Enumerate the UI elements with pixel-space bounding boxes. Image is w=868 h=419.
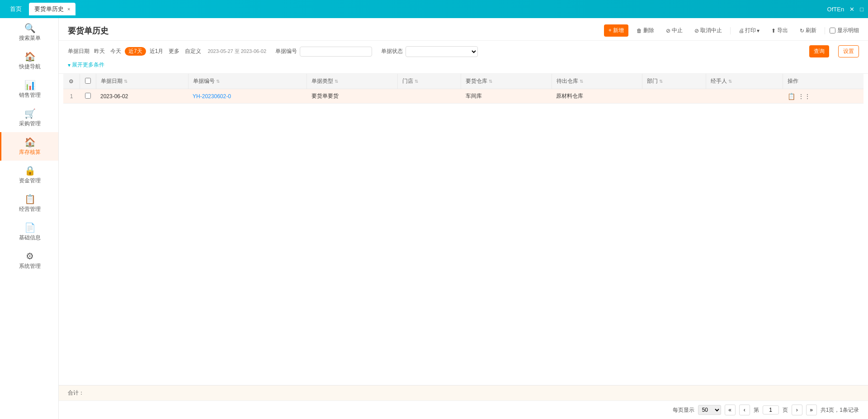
cell-req-warehouse: 车间库 <box>461 89 552 104</box>
export-icon: ⬆ <box>771 28 776 34</box>
sort-pending-warehouse[interactable]: 待出仓库 ⇅ <box>557 77 638 85</box>
cell-pending-warehouse: 原材料仓库 <box>552 89 642 104</box>
cell-dept <box>642 89 706 104</box>
export-button[interactable]: ⬆ 导出 <box>768 25 792 36</box>
first-page-button[interactable]: « <box>725 405 736 415</box>
sidebar-item-inventory-label: 库存核算 <box>19 148 41 156</box>
select-all-checkbox[interactable] <box>85 78 91 84</box>
print-label: 打印 <box>745 27 756 34</box>
col-doc-no-label: 单据编号 <box>193 77 215 85</box>
col-doc-no: 单据编号 ⇅ <box>188 74 307 89</box>
table-body: 1 2023-06-02 YH-20230602-0 要货单要货 车间库 原材料… <box>63 89 863 104</box>
col-dept: 部门 ⇅ <box>642 74 706 89</box>
last-page-button[interactable]: » <box>806 405 817 415</box>
next-page-button[interactable]: › <box>792 405 802 415</box>
inventory-icon: 🏠 <box>24 138 36 147</box>
expand-more-row[interactable]: ▾ 展开更多条件 <box>68 61 859 69</box>
window-close-icon[interactable]: ✕ <box>849 6 854 13</box>
refresh-icon: ↻ <box>800 28 804 34</box>
sort-store-icon: ⇅ <box>415 79 418 84</box>
sort-store[interactable]: 门店 ⇅ <box>402 77 456 85</box>
edit-action-icon[interactable]: 📋 <box>788 93 795 100</box>
col-doc-date-label: 单据日期 <box>101 77 123 85</box>
col-check <box>80 74 96 89</box>
sidebar-item-purchase-label: 采购管理 <box>19 120 41 128</box>
page-input-prefix: 第 <box>754 406 759 414</box>
sidebar-item-quick-nav[interactable]: 🏠 快捷导航 <box>0 47 58 75</box>
doc-no-link[interactable]: YH-20230602-0 <box>193 93 231 100</box>
sidebar-item-ops[interactable]: 📋 经营管理 <box>0 189 58 218</box>
add-button[interactable]: + 新增 <box>604 24 628 37</box>
main-layout: 🔍 搜索菜单 🏠 快捷导航 📊 销售管理 🛒 采购管理 🏠 库存核算 🔒 资金管… <box>0 18 868 419</box>
delete-button[interactable]: 🗑 删除 <box>633 25 658 36</box>
date-btn-yesterday[interactable]: 昨天 <box>92 47 107 56</box>
page-size-select[interactable]: 20 50 100 200 <box>698 405 721 415</box>
page-size-label: 每页显示 <box>673 406 694 414</box>
stop-button[interactable]: ⊘ 中止 <box>662 25 686 36</box>
settings-button[interactable]: 设置 <box>838 45 859 57</box>
sidebar-item-search-label: 搜索菜单 <box>19 34 41 42</box>
window-minimize-icon[interactable]: □ <box>860 6 863 13</box>
tab-home[interactable]: 首页 <box>5 3 27 15</box>
date-btn-custom[interactable]: 自定义 <box>183 47 203 56</box>
sidebar-item-basic-info[interactable]: 📄 基础信息 <box>0 218 58 246</box>
finance-icon: 🔒 <box>24 166 36 175</box>
sidebar-item-basic-label: 基础信息 <box>19 234 41 242</box>
sort-doc-type[interactable]: 单据类型 ⇅ <box>311 77 393 85</box>
refresh-button[interactable]: ↻ 刷新 <box>796 25 820 36</box>
sort-doc-date[interactable]: 单据日期 ⇅ <box>101 77 184 85</box>
page-unit: 页 <box>783 406 788 414</box>
sort-req-warehouse[interactable]: 要货仓库 ⇅ <box>466 77 547 85</box>
display-detail-checkbox[interactable] <box>830 28 835 33</box>
sort-dept[interactable]: 部门 ⇅ <box>647 77 701 85</box>
display-detail-toggle[interactable]: 显示明细 <box>830 27 859 34</box>
date-btn-1month[interactable]: 近1月 <box>148 47 165 56</box>
summary-label: 合计： <box>68 389 84 397</box>
sidebar-item-purchase[interactable]: 🛒 采购管理 <box>0 104 58 132</box>
doc-no-input[interactable] <box>300 47 372 57</box>
sidebar-item-inventory[interactable]: 🏠 库存核算 <box>0 132 58 161</box>
date-shortcuts: 昨天 今天 近7天 近1月 更多 自定义 <box>92 47 203 56</box>
sort-handler[interactable]: 经手人 ⇅ <box>711 77 778 85</box>
date-btn-more[interactable]: 更多 <box>167 47 181 56</box>
basic-info-icon: 📄 <box>24 223 36 232</box>
date-btn-7days[interactable]: 近7天 <box>125 47 146 56</box>
query-button[interactable]: 查询 <box>809 45 829 57</box>
sidebar: 🔍 搜索菜单 🏠 快捷导航 📊 销售管理 🛒 采购管理 🏠 库存核算 🔒 资金管… <box>0 18 59 419</box>
page-header: 要货单历史 + 新增 🗑 删除 ⊘ 中止 ⊘ 取消中止 🖨 打 <box>59 18 868 41</box>
doc-no-label: 单据编号 <box>275 48 297 55</box>
page-number-input[interactable] <box>763 405 779 414</box>
filter-group-date: 单据日期 昨天 今天 近7天 近1月 更多 自定义 2023-05-27 至 2… <box>68 47 266 56</box>
doc-status-select[interactable] <box>406 46 478 57</box>
tab-close-icon[interactable]: × <box>67 6 70 12</box>
more-action-icon[interactable]: ⋮⋮ <box>798 93 811 100</box>
date-btn-today[interactable]: 今天 <box>108 47 123 56</box>
cell-check <box>80 89 96 104</box>
col-handler: 经手人 ⇅ <box>706 74 783 89</box>
prev-page-button[interactable]: ‹ <box>739 405 750 415</box>
cancel-stop-label: 取消中止 <box>700 27 722 34</box>
doc-date-label: 单据日期 <box>68 48 90 55</box>
divider-2 <box>825 27 825 34</box>
tab-requisition-history[interactable]: 要货单历史 × <box>29 3 75 15</box>
expand-more-icon: ▾ <box>68 62 71 68</box>
print-button[interactable]: 🖨 打印 ▾ <box>735 25 763 36</box>
quick-nav-icon: 🏠 <box>24 52 36 61</box>
tab-requisition-label: 要货单历史 <box>34 5 64 13</box>
sidebar-item-sales-label: 销售管理 <box>19 91 41 99</box>
content-area: 要货单历史 + 新增 🗑 删除 ⊘ 中止 ⊘ 取消中止 🖨 打 <box>59 18 868 419</box>
row-checkbox[interactable] <box>85 93 91 99</box>
col-action: 操作 <box>783 74 863 89</box>
delete-label: 删除 <box>643 27 654 34</box>
print-icon: 🖨 <box>739 28 744 34</box>
col-handler-label: 经手人 <box>711 77 727 85</box>
sidebar-item-finance[interactable]: 🔒 资金管理 <box>0 161 58 189</box>
doc-status-label: 单据状态 <box>381 48 403 55</box>
sidebar-item-search-menu[interactable]: 🔍 搜索菜单 <box>0 18 58 47</box>
sidebar-item-sales[interactable]: 📊 销售管理 <box>0 75 58 104</box>
cancel-stop-button[interactable]: ⊘ 取消中止 <box>691 25 726 36</box>
col-doc-type-label: 单据类型 <box>311 77 333 85</box>
sort-doc-no[interactable]: 单据编号 ⇅ <box>193 77 302 85</box>
sidebar-item-sys-mgmt[interactable]: ⚙ 系统管理 <box>0 246 58 275</box>
sort-handler-icon: ⇅ <box>728 79 732 84</box>
